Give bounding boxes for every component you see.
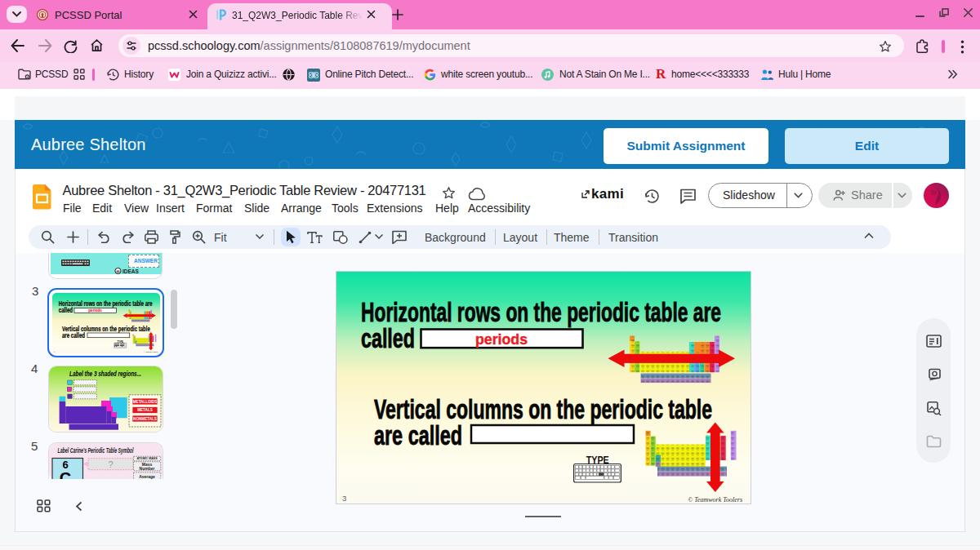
svg-text:Label Carine's Periodic Table: Label Carine's Periodic Table Symbol — [58, 446, 134, 455]
svg-text:Label the 3 shaded regions...: Label the 3 shaded regions... — [69, 370, 141, 378]
svg-text:ATOMIC MASS: ATOMIC MASS — [136, 457, 158, 460]
svg-text:NONMETALS: NONMETALS — [133, 417, 157, 421]
svg-text:Number: Number — [140, 466, 155, 471]
svg-text:METALS: METALS — [137, 408, 153, 412]
svg-text:?: ? — [108, 459, 113, 469]
svg-text:C: C — [60, 469, 71, 479]
svg-text:METALLOIDS: METALLOIDS — [133, 400, 158, 404]
svg-text:Average: Average — [139, 474, 155, 479]
